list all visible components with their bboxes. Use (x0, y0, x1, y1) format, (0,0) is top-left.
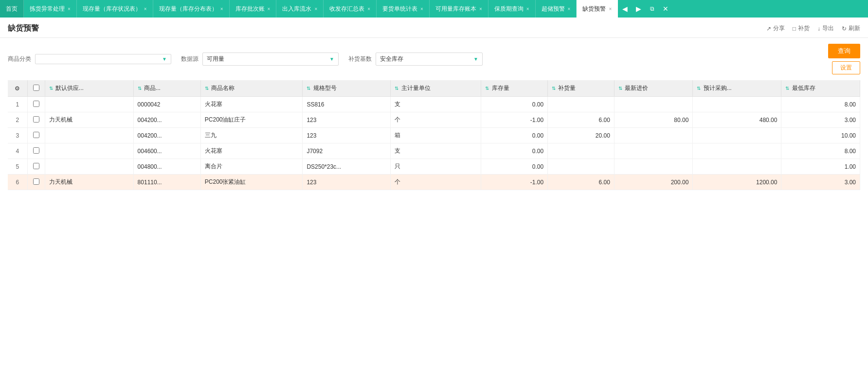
tab-inout-flow[interactable]: 出入库流水 × (276, 0, 324, 18)
supplier-col-header[interactable]: ⇅ 默认供应... (45, 80, 133, 97)
row-product-code-6: 801110... (133, 175, 200, 190)
main-content: 缺货预警 ↗ 分享 □ 补货 ↓ 导出 ↻ 刷新 商品分类 (0, 18, 868, 387)
tab-overstock[interactable]: 超储预警 × (536, 0, 577, 18)
tab-stock-dist[interactable]: 现存量（库存分布表） × (153, 0, 230, 18)
row-stock-1: 0.00 (481, 97, 548, 112)
table-row: 6 力天机械 801110... PC200张紧油缸 123 个 -1.00 6… (8, 175, 860, 190)
tab-close-btn[interactable]: ✕ (659, 0, 672, 18)
row-num-4: 4 (8, 143, 27, 159)
checkbox-col-header[interactable] (27, 80, 45, 97)
close-order-stat-tab[interactable]: × (420, 6, 423, 12)
settings-button[interactable]: 设置 (832, 61, 860, 74)
close-inout-flow-tab[interactable]: × (314, 6, 317, 12)
row-checkbox-cell-4[interactable] (27, 143, 45, 159)
tab-prev-btn[interactable]: ◀ (618, 0, 632, 18)
close-overstock-tab[interactable]: × (568, 6, 571, 12)
export-action[interactable]: ↓ 导出 (817, 24, 834, 33)
close-batch-account-tab[interactable]: × (268, 6, 271, 12)
unit-col-header[interactable]: ⇅ 主计量单位 (391, 80, 481, 97)
replenish-base-select[interactable]: 安全库存 ▼ (376, 53, 483, 66)
settings-col-header[interactable]: ⚙ (8, 80, 27, 97)
unit-sort-icon: ⇅ (395, 86, 398, 91)
product-name-col-header[interactable]: ⇅ 商品名称 (200, 80, 303, 97)
share-action[interactable]: ↗ 分享 (766, 24, 785, 33)
row-product-name-1: 火花塞 (200, 97, 303, 112)
row-checkbox-3[interactable] (33, 132, 39, 138)
row-checkbox-2[interactable] (33, 116, 39, 123)
spec-col-header[interactable]: ⇅ 规格型号 (303, 80, 391, 97)
shortage-table: ⚙ ⇅ 默认供应... ⇅ 商品... ⇅ 商品名称 (8, 80, 860, 190)
tab-exception[interactable]: 拣货异常处理 × (24, 0, 77, 18)
row-checkbox-4[interactable] (33, 147, 39, 154)
row-unit-6: 个 (391, 175, 481, 190)
row-est-purchase-2: 480.00 (693, 112, 781, 128)
close-available-ledger-tab[interactable]: × (479, 6, 482, 12)
row-num-5: 5 (8, 159, 27, 175)
est-purchase-col-header[interactable]: ⇅ 预计采购... (693, 80, 781, 97)
close-receive-summary-tab[interactable]: × (367, 6, 370, 12)
tab-stock-status[interactable]: 现存量（库存状况表） × (77, 0, 153, 18)
row-product-name-5: 离合片 (200, 159, 303, 175)
row-latest-price-5 (614, 159, 692, 175)
tab-order-stat[interactable]: 要货单统计表 × (377, 0, 430, 18)
row-checkbox-cell-1[interactable] (27, 97, 45, 112)
tab-receive-summary[interactable]: 收发存汇总表 × (324, 0, 377, 18)
row-supplier-2: 力天机械 (45, 112, 133, 128)
tab-window-btn[interactable]: ⧉ (645, 0, 659, 18)
est-purchase-sort-icon: ⇅ (697, 86, 701, 91)
replenish-qty-col-header[interactable]: ⇅ 补货量 (548, 80, 615, 97)
stock-col-header[interactable]: ⇅ 库存量 (481, 80, 548, 97)
row-replenish-qty-1 (548, 97, 615, 112)
row-checkbox-cell-6[interactable] (27, 175, 45, 190)
tab-shortage[interactable]: 缺货预警 × (577, 0, 618, 18)
tab-available-ledger[interactable]: 可用量库存账本 × (430, 0, 488, 18)
refresh-action[interactable]: ↻ 刷新 (842, 24, 860, 33)
product-code-col-header[interactable]: ⇅ 商品... (133, 80, 200, 97)
page-header: 缺货预警 ↗ 分享 □ 补货 ↓ 导出 ↻ 刷新 (0, 18, 868, 38)
row-checkbox-cell-2[interactable] (27, 112, 45, 128)
row-stock-6: -1.00 (481, 175, 548, 190)
row-est-purchase-3 (693, 128, 781, 143)
select-all-checkbox[interactable] (33, 85, 39, 91)
tab-batch-account[interactable]: 库存批次账 × (230, 0, 277, 18)
row-unit-2: 个 (391, 112, 481, 128)
row-latest-price-2: 80.00 (614, 112, 692, 128)
category-label: 商品分类 (8, 55, 31, 63)
row-product-code-4: 004600... (133, 143, 200, 159)
row-replenish-qty-3: 20.00 (548, 128, 615, 143)
row-checkbox-cell-5[interactable] (27, 159, 45, 175)
row-checkbox-6[interactable] (33, 178, 39, 185)
tab-home[interactable]: 首页 (0, 0, 24, 18)
replenish-qty-sort-icon: ⇅ (552, 86, 556, 91)
datasource-select[interactable]: 可用量 ▼ (202, 53, 339, 66)
close-stock-dist-tab[interactable]: × (220, 6, 223, 12)
tab-expire-query[interactable]: 保质期查询 × (488, 0, 536, 18)
close-shortage-tab[interactable]: × (609, 6, 612, 12)
row-checkbox-cell-3[interactable] (27, 128, 45, 143)
row-product-name-3: 三九 (200, 128, 303, 143)
row-stock-5: 0.00 (481, 159, 548, 175)
query-button[interactable]: 查询 (828, 44, 860, 58)
row-checkbox-5[interactable] (33, 163, 39, 169)
table-body: 1 0000042 火花塞 SS816 支 0.00 8.00 2 力天机械 0… (8, 97, 860, 190)
min-stock-sort-icon: ⇅ (785, 86, 789, 91)
close-exception-tab[interactable]: × (68, 6, 71, 12)
row-est-purchase-5 (693, 159, 781, 175)
row-latest-price-3 (614, 128, 692, 143)
replenish-action[interactable]: □ 补货 (793, 24, 810, 33)
latest-price-sort-icon: ⇅ (618, 86, 622, 91)
row-num-3: 3 (8, 128, 27, 143)
table-row: 5 004800... 离合片 DS250*23c... 只 0.00 1.00 (8, 159, 860, 175)
category-select[interactable]: ▼ (35, 54, 171, 64)
row-stock-3: 0.00 (481, 128, 548, 143)
tab-next-btn[interactable]: ▶ (632, 0, 645, 18)
row-checkbox-1[interactable] (33, 101, 39, 107)
close-expire-query-tab[interactable]: × (526, 6, 529, 12)
datasource-dropdown-icon: ▼ (329, 56, 334, 62)
row-spec-6: 123 (303, 175, 391, 190)
row-stock-2: -1.00 (481, 112, 548, 128)
close-stock-status-tab[interactable]: × (144, 6, 147, 12)
min-stock-col-header[interactable]: ⇅ 最低库存 (781, 80, 860, 97)
latest-price-col-header[interactable]: ⇅ 最新进价 (614, 80, 692, 97)
row-replenish-qty-5 (548, 159, 615, 175)
